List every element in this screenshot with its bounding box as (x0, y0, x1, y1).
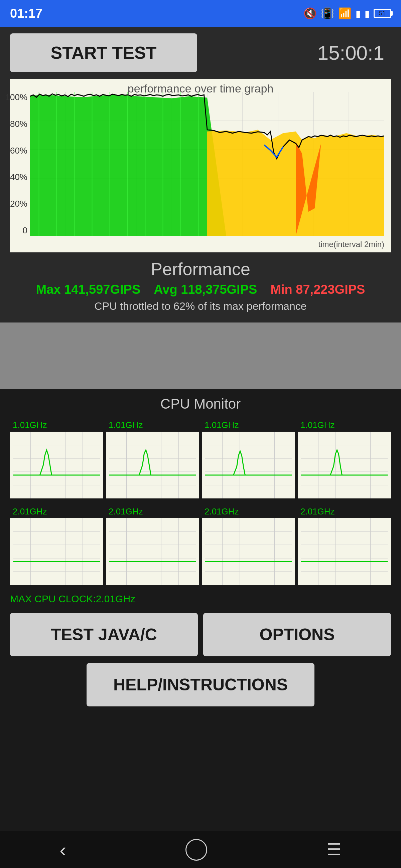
cpu-core-8-freq: 2.01GHz (298, 505, 391, 518)
cpu-core-1-freq: 1.01GHz (10, 418, 103, 432)
svg-rect-77 (109, 518, 196, 585)
performance-graph: performance over time graph 100% 80% 60%… (10, 79, 391, 252)
status-bar: 01:17 🔇 📳 📶 ▮ ▮ 51 (0, 0, 401, 27)
svg-rect-27 (13, 432, 100, 498)
cpu-monitor-title: CPU Monitor (10, 396, 391, 412)
y-label-80: 80% (10, 119, 27, 129)
graph-svg-area (30, 92, 384, 236)
max-clock-text: MAX CPU CLOCK:2.01GHz (10, 592, 391, 606)
cpu-core-7-freq: 2.01GHz (202, 505, 295, 518)
timer-display: 15:00:1 (317, 41, 391, 64)
graph-title: performance over time graph (10, 79, 391, 95)
cpu-monitor-section: CPU Monitor 1.01GHz (0, 389, 401, 723)
y-label-20: 20% (10, 199, 27, 209)
y-label-0: 0 (23, 225, 27, 236)
svg-rect-57 (301, 432, 388, 498)
navigation-bar: ‹ ☰ (0, 831, 401, 868)
nav-back-button[interactable]: ‹ (59, 838, 66, 861)
svg-rect-97 (301, 518, 388, 585)
cpu-core-2-graph (106, 432, 199, 498)
performance-stats: Performance Max 141,597GIPS Avg 118,375G… (10, 252, 391, 316)
wifi-icon: 📶 (338, 7, 351, 20)
cpu-core-1: 1.01GHz (10, 418, 103, 498)
perf-max: Max 141,597GIPS (36, 282, 141, 297)
bottom-buttons: TEST JAVA/C OPTIONS (10, 613, 391, 656)
cpu-core-6: 2.01GHz (106, 505, 199, 585)
svg-marker-14 (30, 95, 226, 236)
svg-rect-87 (205, 518, 292, 585)
performance-title: Performance (10, 259, 391, 279)
header-row: START TEST 15:00:1 (10, 33, 391, 72)
signal-icon2: ▮ (365, 8, 370, 19)
cpu-core-2: 1.01GHz (106, 418, 199, 498)
y-label-60: 60% (10, 146, 27, 156)
cpu-core-4-freq: 1.01GHz (298, 418, 391, 432)
cpu-core-8-graph (298, 518, 391, 585)
svg-rect-37 (109, 432, 196, 498)
status-time: 01:17 (10, 6, 42, 21)
cpu-core-3: 1.01GHz (202, 418, 295, 498)
perf-min: Min 87,223GIPS (270, 282, 365, 297)
cpu-core-7: 2.01GHz (202, 505, 295, 585)
y-axis-labels: 100% 80% 60% 40% 20% 0 (10, 92, 29, 236)
cpu-core-5-graph (10, 518, 103, 585)
options-button[interactable]: OPTIONS (203, 613, 391, 656)
mute-icon: 🔇 (304, 7, 317, 20)
cpu-top-row: 1.01GHz (10, 418, 391, 498)
help-btn-wrap: HELP/INSTRUCTIONS (10, 663, 391, 706)
cpu-bottom-row: 2.01GHz 2.01GHz (10, 505, 391, 585)
cpu-core-3-freq: 1.01GHz (202, 418, 295, 432)
cpu-core-3-graph (202, 432, 295, 498)
svg-rect-67 (13, 518, 100, 585)
perf-avg: Avg 118,375GIPS (154, 282, 257, 297)
svg-rect-47 (205, 432, 292, 498)
cpu-core-5-freq: 2.01GHz (10, 505, 103, 518)
signal-icon1: ▮ (355, 8, 361, 19)
vibrate-icon: 📳 (321, 7, 334, 20)
battery-icon: 51 (374, 9, 391, 18)
throttle-text: CPU throttled to 62% of its max performa… (10, 300, 391, 312)
cpu-core-2-freq: 1.01GHz (106, 418, 199, 432)
y-label-40: 40% (10, 172, 27, 182)
cpu-core-1-graph (10, 432, 103, 498)
performance-numbers: Max 141,597GIPS Avg 118,375GIPS Min 87,2… (10, 282, 391, 297)
cpu-core-6-graph (106, 518, 199, 585)
nav-home-button[interactable] (185, 839, 207, 861)
status-icons: 🔇 📳 📶 ▮ ▮ 51 (304, 7, 391, 20)
cpu-core-4-graph (298, 432, 391, 498)
cpu-core-7-graph (202, 518, 295, 585)
nav-menu-button[interactable]: ☰ (326, 840, 342, 859)
gray-spacer (0, 322, 401, 389)
start-test-button[interactable]: START TEST (10, 33, 197, 72)
cpu-core-5: 2.01GHz (10, 505, 103, 585)
x-axis-label: time(interval 2min) (318, 240, 384, 249)
cpu-core-4: 1.01GHz (298, 418, 391, 498)
cpu-core-6-freq: 2.01GHz (106, 505, 199, 518)
top-section: START TEST 15:00:1 performance over time… (0, 27, 401, 322)
test-java-c-button[interactable]: TEST JAVA/C (10, 613, 198, 656)
cpu-core-8: 2.01GHz (298, 505, 391, 585)
help-instructions-button[interactable]: HELP/INSTRUCTIONS (87, 663, 314, 706)
